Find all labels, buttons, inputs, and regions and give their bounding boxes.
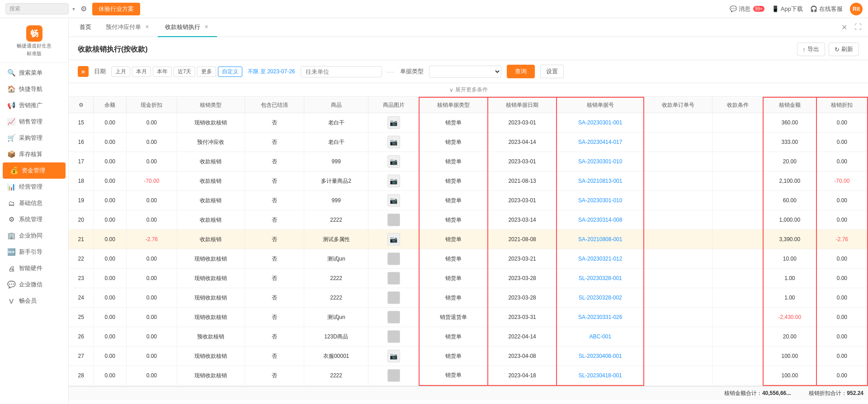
cell-writeoff-receipt-type: 销货单: [419, 327, 488, 347]
th-writeoff-discount[interactable]: 核销折扣: [816, 97, 868, 113]
finance-icon: 💰: [10, 166, 18, 175]
writeoff-no-link[interactable]: SA-20230314-008: [578, 217, 622, 223]
sidebar-item-basic[interactable]: 🗂 基础信息: [0, 195, 68, 211]
search-button[interactable]: 查询: [507, 65, 535, 78]
th-balance[interactable]: 余额: [94, 97, 127, 113]
th-writeoff-no[interactable]: 核销单据号: [557, 97, 644, 113]
tab-fullscreen-icon[interactable]: ⛶: [852, 22, 864, 33]
sidebar-item-sales[interactable]: 📈 销售管理: [0, 114, 68, 130]
date-btn-custom[interactable]: 自定义: [218, 67, 242, 77]
cell-writeoff-receipt-type: 销货单: [419, 113, 488, 133]
footer-writeoff-amount-label: 核销金额合计：40,556,66...: [724, 390, 791, 397]
tab-collect-close-icon[interactable]: ✕: [203, 24, 210, 30]
writeoff-no-link[interactable]: SL-20230328-002: [579, 295, 622, 301]
th-goods-img[interactable]: 商品图片: [368, 97, 419, 113]
sidebar-item-guide[interactable]: 🆕 新手引导: [0, 244, 68, 260]
th-writeoff-receipt-type[interactable]: 核销单据类型: [419, 97, 488, 113]
date-btn-this-month[interactable]: 本月: [132, 67, 151, 77]
cell-writeoff-no: SA-20210813-001: [557, 171, 644, 191]
date-btn-7days[interactable]: 近7天: [174, 67, 196, 77]
data-table: ⚙ 余额 现金折扣 核销类型 包含已结清 商品 商品图片 核销单据类型 核销单据…: [69, 97, 868, 386]
tab-prepay[interactable]: 预付冲应付单 ✕: [99, 18, 158, 37]
cell-goods: 2222: [304, 210, 368, 230]
writeoff-no-link[interactable]: SA-20230414-017: [578, 139, 622, 145]
setting-button[interactable]: 设置: [540, 65, 564, 78]
table-row: 16 0.00 0.00 预付冲应收 否 老白干 📷 销货单 2023-04-1…: [69, 133, 868, 152]
cell-cash-discount: 0.00: [127, 191, 177, 210]
cell-writeoff-type: 现销收款核销: [177, 366, 245, 385]
writeoff-no-link[interactable]: SA-20230301-010: [578, 197, 622, 204]
th-include-settled[interactable]: 包含已结清: [245, 97, 304, 113]
sidebar-item-purchase[interactable]: 🛒 采购管理: [0, 130, 68, 146]
receipt-type-select[interactable]: [429, 66, 501, 78]
tab-collect[interactable]: 收款核销执行 ✕: [158, 18, 217, 37]
th-receipt-order-no[interactable]: 收款单订单号: [644, 97, 712, 113]
cell-goods-img: [368, 366, 419, 385]
cell-goods: 2222: [304, 288, 368, 308]
cell-cash-discount: -70.00: [127, 171, 177, 191]
table-row: 20 0.00 0.00 收款核销 否 2222 销货单 2023-03-14 …: [69, 210, 868, 230]
cell-writeoff-date: 2023-04-18: [488, 366, 557, 385]
cell-goods-img: [368, 249, 419, 269]
data-table-container[interactable]: ⚙ 余额 现金折扣 核销类型 包含已结清 商品 商品图片 核销单据类型 核销单据…: [69, 97, 868, 404]
date-btn-this-year[interactable]: 本年: [153, 67, 172, 77]
sidebar-item-operations[interactable]: 📊 经营管理: [0, 179, 68, 195]
sidebar-item-nav[interactable]: 🏠 快捷导航: [0, 81, 68, 97]
sidebar-item-inventory[interactable]: 📦 库存核算: [0, 146, 68, 162]
sidebar-item-system[interactable]: ⚙ 系统管理: [0, 211, 68, 228]
sidebar-label-member: 畅会员: [19, 297, 37, 305]
writeoff-no-link[interactable]: SA-20210813-001: [578, 178, 622, 184]
sidebar-label-nav: 快捷导航: [19, 85, 42, 93]
tab-close-window-icon[interactable]: ✕: [839, 22, 850, 33]
user-avatar[interactable]: Rit: [850, 3, 863, 15]
sidebar-item-member[interactable]: V 畅会员: [0, 293, 68, 309]
writeoff-no-link[interactable]: SA-20230301-010: [578, 158, 622, 165]
th-writeoff-type[interactable]: 核销类型: [177, 97, 245, 113]
writeoff-no-link[interactable]: SA-20210808-001: [578, 236, 622, 242]
th-writeoff-date[interactable]: 核销单据日期: [488, 97, 557, 113]
tab-home[interactable]: 首页: [72, 18, 99, 37]
date-btn-last-month[interactable]: 上月: [111, 67, 130, 77]
cell-receipt-condition: [712, 191, 763, 210]
writeoff-no-link[interactable]: SA-20230301-001: [578, 119, 622, 126]
cell-goods-img: [368, 269, 419, 288]
refresh-button[interactable]: ↻ 刷新: [829, 43, 859, 56]
from-unit-input[interactable]: [301, 66, 382, 77]
sidebar-label-marketing: 营销推广: [19, 101, 42, 109]
export-button[interactable]: ↑ 导出: [797, 43, 826, 56]
filter-expand-button[interactable]: »: [78, 66, 89, 77]
message-icon-area[interactable]: 💬 消息 99+: [730, 5, 764, 13]
writeoff-no-link[interactable]: SA-20230331-026: [578, 314, 622, 320]
expand-more-button[interactable]: ∨ 展开更多条件: [449, 86, 488, 94]
writeoff-no-link[interactable]: SL-20230418-001: [579, 372, 622, 379]
th-cash-discount[interactable]: 现金折扣: [127, 97, 177, 113]
th-goods[interactable]: 商品: [304, 97, 368, 113]
app-download-link[interactable]: 📱 App下载: [772, 5, 803, 13]
cell-writeoff-receipt-type: 销货单: [419, 171, 488, 191]
tab-prepay-close-icon[interactable]: ✕: [144, 24, 151, 30]
date-btn-more[interactable]: 更多: [197, 67, 216, 77]
cell-writeoff-type: 现销收款核销: [177, 249, 245, 269]
sidebar-item-marketing[interactable]: 📢 营销推广: [0, 97, 68, 114]
cell-receipt-condition: [712, 230, 763, 249]
industry-solution-button[interactable]: 休验行业方案: [92, 3, 140, 15]
sidebar-item-finance[interactable]: 💰 资金管理: [3, 162, 66, 179]
cell-goods: 测试jun: [304, 308, 368, 327]
dropdown-chevron-icon[interactable]: ▾: [72, 6, 75, 12]
sidebar-item-wechat[interactable]: 💬 企业微信: [0, 276, 68, 293]
writeoff-no-link[interactable]: SL-20230328-001: [579, 275, 622, 281]
search-input-top[interactable]: 搜索: [5, 3, 69, 14]
online-service-link[interactable]: 🎧 在线客服: [810, 5, 843, 13]
th-settings[interactable]: ⚙: [69, 97, 94, 113]
sidebar-item-hardware[interactable]: 🖨 智能硬件: [0, 260, 68, 276]
writeoff-no-link[interactable]: SA-20230321-012: [578, 256, 622, 262]
th-writeoff-amount[interactable]: 核销金额: [763, 97, 816, 113]
gear-icon[interactable]: ⚙: [80, 5, 87, 13]
writeoff-no-link[interactable]: ABC-001: [589, 333, 611, 340]
sidebar-item-search[interactable]: 🔍 搜索菜单: [0, 65, 68, 81]
sidebar-item-collab[interactable]: 🏢 企业协同: [0, 228, 68, 244]
cell-goods: 123D商品: [304, 327, 368, 347]
th-receipt-condition[interactable]: 收款条件: [712, 97, 763, 113]
cell-writeoff-date: 2023-03-31: [488, 308, 557, 327]
writeoff-no-link[interactable]: SL-20230408-001: [579, 353, 622, 359]
